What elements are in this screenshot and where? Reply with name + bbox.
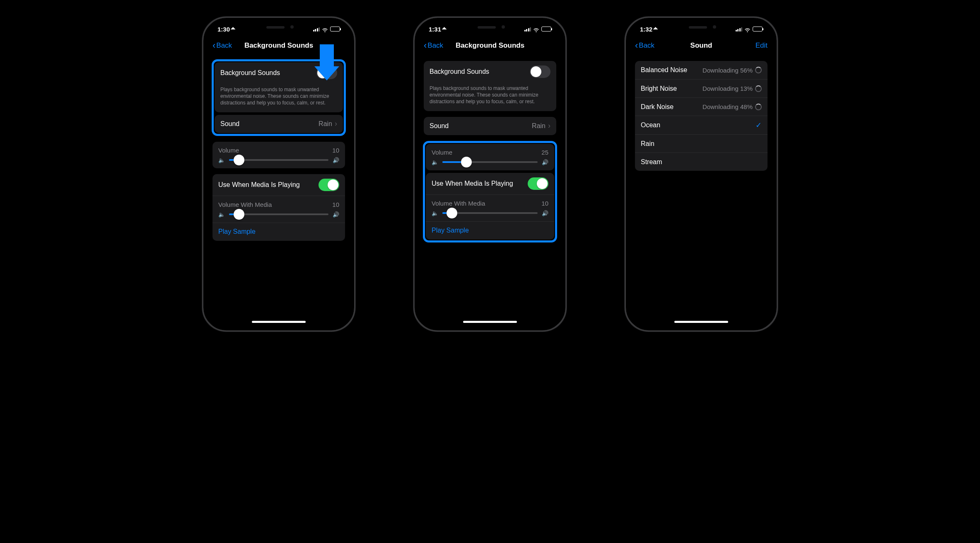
volume-with-media-value: 10 <box>541 200 548 207</box>
volume-min-icon: 🔈 <box>218 211 225 218</box>
sound-option-dark-noise[interactable]: Dark Noise Downloading 48% <box>635 97 768 116</box>
status-bar: 1:31◤ <box>419 22 561 36</box>
edit-button[interactable]: Edit <box>756 41 768 50</box>
location-icon: ◤ <box>653 26 658 32</box>
volume-slider[interactable] <box>229 159 328 161</box>
status-time: 1:30 <box>217 26 230 33</box>
chevron-right-icon: › <box>335 119 337 128</box>
wifi-icon <box>533 27 539 32</box>
volume-with-media-slider[interactable] <box>442 212 538 214</box>
volume-with-media-value: 10 <box>332 201 339 208</box>
volume-with-media-row: Volume With Media 10 🔈 🔊 <box>212 196 345 223</box>
volume-max-icon: 🔊 <box>542 210 548 216</box>
volume-with-media-label: Volume With Media <box>432 200 485 207</box>
background-sounds-toggle-row[interactable]: Background Sounds <box>424 61 556 82</box>
sound-group: Sound Rain › <box>215 115 343 133</box>
volume-label: Volume <box>432 149 452 156</box>
volume-max-icon: 🔊 <box>333 157 339 163</box>
sound-list-group: Balanced Noise Downloading 56% Bright No… <box>635 61 768 171</box>
checkmark-icon: ✓ <box>756 121 762 130</box>
volume-group: Volume 25 🔈 🔊 <box>426 144 554 170</box>
volume-slider[interactable] <box>442 161 538 163</box>
nav-bar: ‹ Back Background Sounds <box>419 36 561 55</box>
background-sounds-toggle[interactable] <box>530 65 550 78</box>
sound-value: Rain <box>532 122 546 130</box>
location-icon: ◤ <box>230 26 236 32</box>
sound-option-ocean[interactable]: Ocean ✓ <box>635 116 768 134</box>
spinner-icon <box>755 104 762 110</box>
page-title: Background Sounds <box>456 41 524 50</box>
use-when-media-toggle[interactable] <box>319 179 339 191</box>
sound-group: Sound Rain › <box>424 117 556 135</box>
volume-row: Volume 10 🔈 🔊 <box>212 142 345 168</box>
notch <box>668 22 734 34</box>
volume-with-media-slider[interactable] <box>229 213 328 215</box>
sound-value: Rain <box>319 120 332 128</box>
sound-option-stream[interactable]: Stream <box>635 153 768 171</box>
status-bar: 1:30◤ <box>208 22 350 36</box>
status-time: 1:32 <box>640 26 652 33</box>
volume-min-icon: 🔈 <box>432 210 438 216</box>
chevron-right-icon: › <box>548 121 550 130</box>
cellular-icon <box>524 27 531 32</box>
battery-icon <box>753 27 763 32</box>
phone-frame-2: 1:31◤ ‹ Back Background Sounds Backgroun… <box>413 17 567 332</box>
screen-3: 1:32◤ ‹ Back Sound Edit Balanced Noise D… <box>630 22 772 326</box>
volume-with-media-label: Volume With Media <box>218 201 272 208</box>
background-sounds-footer: Plays background sounds to mask unwanted… <box>424 82 556 111</box>
sound-row[interactable]: Sound Rain › <box>215 115 343 133</box>
chevron-left-icon: ‹ <box>212 41 215 50</box>
sound-label: Sound <box>430 122 449 130</box>
background-sounds-label: Background Sounds <box>220 69 280 77</box>
home-indicator[interactable] <box>252 321 306 323</box>
screen-2: 1:31◤ ‹ Back Background Sounds Backgroun… <box>419 22 561 326</box>
page-title: Background Sounds <box>244 41 313 50</box>
location-icon: ◤ <box>442 26 447 32</box>
annotation-arrow-icon <box>314 44 339 80</box>
use-when-media-row[interactable]: Use When Media Is Playing <box>426 173 554 194</box>
chevron-left-icon: ‹ <box>635 41 638 50</box>
spinner-icon <box>755 67 762 73</box>
back-button[interactable]: ‹ Back <box>635 41 654 50</box>
background-sounds-label: Background Sounds <box>430 68 489 75</box>
use-when-media-label: Use When Media Is Playing <box>218 181 300 189</box>
back-button[interactable]: ‹ Back <box>424 41 443 50</box>
sound-option-rain[interactable]: Rain <box>635 134 768 153</box>
volume-label: Volume <box>218 147 239 154</box>
battery-icon <box>541 27 551 32</box>
wifi-icon <box>744 27 751 32</box>
sound-option-bright-noise[interactable]: Bright Noise Downloading 13% <box>635 79 768 97</box>
nav-bar: ‹ Back Sound Edit <box>630 36 772 55</box>
home-indicator[interactable] <box>463 321 517 323</box>
chevron-left-icon: ‹ <box>424 41 427 50</box>
notch <box>457 22 523 34</box>
play-sample-button[interactable]: Play Sample <box>426 221 554 240</box>
wifi-icon <box>322 27 328 32</box>
volume-value: 10 <box>332 147 339 154</box>
home-indicator[interactable] <box>674 321 728 323</box>
cellular-icon <box>736 27 743 32</box>
sound-row[interactable]: Sound Rain › <box>424 117 556 135</box>
phone-frame-3: 1:32◤ ‹ Back Sound Edit Balanced Noise D… <box>625 17 778 332</box>
play-sample-button[interactable]: Play Sample <box>212 223 345 241</box>
notch <box>246 22 312 34</box>
status-bar: 1:32◤ <box>630 22 772 36</box>
status-time: 1:31 <box>429 26 441 33</box>
media-group: Use When Media Is Playing Volume With Me… <box>212 174 345 241</box>
battery-icon <box>330 27 340 32</box>
back-button[interactable]: ‹ Back <box>212 41 232 50</box>
phone-frame-1: 1:30◤ ‹ Back Background Sounds <box>202 17 355 332</box>
volume-min-icon: 🔈 <box>432 159 438 165</box>
sound-label: Sound <box>220 120 239 128</box>
page-title: Sound <box>690 41 712 50</box>
volume-max-icon: 🔊 <box>542 159 548 165</box>
media-group: Use When Media Is Playing Volume With Me… <box>426 173 554 240</box>
use-when-media-row[interactable]: Use When Media Is Playing <box>212 174 345 196</box>
volume-group: Volume 10 🔈 🔊 <box>212 142 345 168</box>
volume-with-media-row: Volume With Media 10 🔈 🔊 <box>426 194 554 221</box>
use-when-media-toggle[interactable] <box>528 177 548 190</box>
sound-option-balanced-noise[interactable]: Balanced Noise Downloading 56% <box>635 61 768 79</box>
cellular-icon <box>313 27 320 32</box>
volume-value: 25 <box>541 149 548 156</box>
volume-row: Volume 25 🔈 🔊 <box>426 144 554 170</box>
